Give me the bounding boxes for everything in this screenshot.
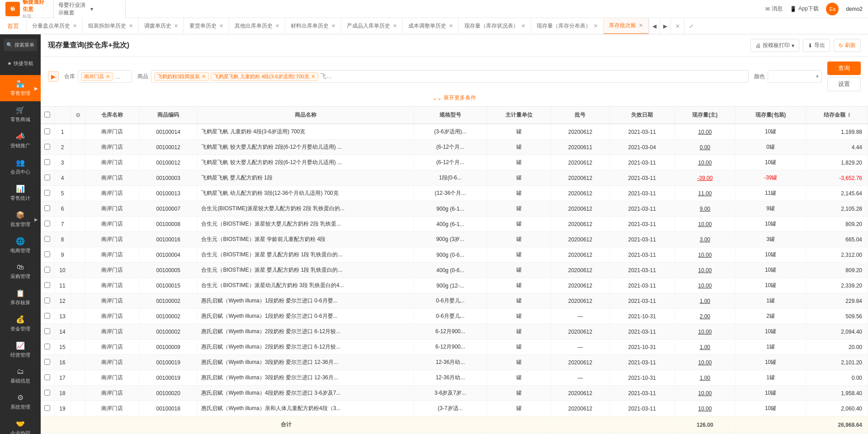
row-checkbox[interactable]: [44, 144, 50, 150]
cell-checkbox[interactable]: [41, 386, 54, 401]
tab-require[interactable]: 要货单历史 ✕: [184, 18, 229, 34]
cell-checkbox[interactable]: [41, 370, 54, 386]
tab-close-icon[interactable]: ✕: [174, 23, 178, 29]
export-button[interactable]: ⬇ 导出: [803, 39, 830, 52]
col-gear[interactable]: ⚙: [71, 107, 85, 124]
tab-cost-adjust[interactable]: 成本调整单历史 ✕: [403, 18, 459, 34]
cell-qty-main[interactable]: 10.00: [675, 386, 735, 401]
row-checkbox[interactable]: [44, 251, 50, 257]
cell-checkbox[interactable]: [41, 155, 54, 170]
cell-checkbox[interactable]: [41, 401, 54, 416]
refresh-button[interactable]: ↻ 刷新: [834, 39, 861, 52]
cell-qty-main[interactable]: 10.00: [675, 401, 735, 416]
cell-checkbox[interactable]: [41, 309, 54, 324]
cell-qty-main[interactable]: 10.00: [675, 263, 735, 278]
sidebar-item-retail-mall[interactable]: 🛒 零售商城: [0, 101, 41, 127]
gear-icon[interactable]: ⚙: [75, 112, 80, 118]
product-more-label[interactable]: 飞...: [320, 72, 332, 80]
cell-qty-main[interactable]: 10.00: [675, 355, 735, 370]
tab-close-all-btn[interactable]: ✕: [670, 18, 684, 34]
tab-product-in[interactable]: 产成品入库单历史 ✕: [341, 18, 403, 34]
tab-prev-btn[interactable]: ◀: [649, 18, 660, 34]
row-checkbox[interactable]: [44, 190, 50, 196]
query-button[interactable]: 查询: [827, 61, 861, 75]
cell-checkbox[interactable]: [41, 355, 54, 370]
tab-close-icon[interactable]: ✕: [129, 23, 133, 29]
cell-checkbox[interactable]: [41, 340, 54, 355]
cell-qty-main[interactable]: 10.00: [675, 247, 735, 263]
cell-qty-main[interactable]: 9.00: [675, 201, 735, 217]
app-download-button[interactable]: 📱 App下载: [790, 5, 819, 13]
tab-material-out[interactable]: 材料出库单历史 ✕: [285, 18, 341, 34]
sidebar-item-member-center[interactable]: 👥 会员中心: [0, 154, 41, 180]
tab-inventory-status[interactable]: 现存量（库存状况表） ✕: [459, 18, 531, 34]
product-tag-2-close[interactable]: ✕: [311, 74, 315, 80]
tab-close-icon[interactable]: ✕: [219, 23, 223, 29]
color-dropdown-icon[interactable]: ▾: [816, 73, 819, 80]
cell-qty-main[interactable]: 3.00: [675, 232, 735, 247]
tab-partial-inventory[interactable]: 分量盘点单历史 ✕: [27, 18, 83, 34]
color-filter-container[interactable]: ▾: [768, 70, 822, 83]
sidebar-item-company-coop[interactable]: 🤝 企业协同: [0, 415, 41, 434]
row-checkbox[interactable]: [44, 359, 50, 365]
cell-qty-main[interactable]: 10.00: [675, 124, 735, 140]
balance-info-icon[interactable]: ℹ: [848, 112, 850, 118]
tab-close-icon[interactable]: ✕: [393, 23, 397, 29]
cell-checkbox[interactable]: [41, 170, 54, 186]
cell-qty-main[interactable]: 0.00: [675, 140, 735, 155]
sidebar-item-purchase[interactable]: 🛍 采购管理: [0, 259, 41, 284]
message-button[interactable]: ✉ 消息: [765, 5, 783, 13]
cell-checkbox[interactable]: [41, 247, 54, 263]
tab-disassemble[interactable]: 组装拆卸单历史 ✕: [83, 18, 139, 34]
cell-checkbox[interactable]: [41, 201, 54, 217]
cell-checkbox[interactable]: [41, 186, 54, 201]
cell-qty-main[interactable]: 10.00: [675, 155, 735, 170]
row-checkbox[interactable]: [44, 374, 50, 380]
cell-qty-main[interactable]: 1.00: [675, 370, 735, 386]
cell-qty-main[interactable]: -39.00: [675, 170, 735, 186]
sidebar-item-inventory-check[interactable]: 📋 库存核算: [0, 284, 41, 311]
row-checkbox[interactable]: [44, 297, 50, 303]
row-checkbox[interactable]: [44, 267, 50, 273]
sidebar-item-retail-mgmt[interactable]: 🏪 零售管理 ▶: [0, 75, 41, 101]
cell-checkbox[interactable]: [41, 140, 54, 155]
cell-qty-main[interactable]: 1.00: [675, 340, 735, 355]
cell-qty-main[interactable]: 10.00: [675, 278, 735, 293]
row-checkbox[interactable]: [44, 405, 50, 411]
tab-home[interactable]: 首页: [0, 18, 27, 34]
cell-qty-main[interactable]: 11.00: [675, 186, 735, 201]
row-checkbox[interactable]: [44, 205, 50, 211]
cell-checkbox[interactable]: [41, 263, 54, 278]
tab-close-icon[interactable]: ✕: [73, 23, 77, 29]
sidebar-item-system[interactable]: ⚙ 系统管理: [0, 389, 41, 415]
tab-close-icon[interactable]: ✕: [639, 23, 643, 28]
cell-checkbox[interactable]: [41, 293, 54, 309]
row-checkbox[interactable]: [44, 328, 50, 334]
shortcut-nav-button[interactable]: ★ 快捷导航: [4, 58, 37, 69]
tab-inventory-dist[interactable]: 现存量（库存分布表） ✕: [531, 18, 604, 34]
sidebar-item-finance[interactable]: 💰 资金管理: [0, 311, 41, 337]
cell-checkbox[interactable]: [41, 124, 54, 140]
select-all-checkbox[interactable]: [44, 112, 50, 118]
tab-close-icon[interactable]: ✕: [521, 23, 525, 29]
cell-qty-main[interactable]: 2.00: [675, 309, 735, 324]
tab-mix[interactable]: 调拨单历史 ✕: [139, 18, 184, 34]
industry-selector[interactable]: 母婴行业演示账套 ▾: [53, 0, 126, 19]
tab-close-icon[interactable]: ✕: [449, 23, 453, 29]
row-checkbox[interactable]: [44, 313, 50, 319]
tab-batch-voucher[interactable]: 库存批次账 ✕: [604, 18, 649, 34]
product-filter-container[interactable]: 飞鹤奶粉3段两提装 ✕ 飞鹤星飞帆 儿童奶粉 4段(3-6岁适用) 700克 ✕…: [151, 70, 749, 83]
sidebar-item-retail-stats[interactable]: 📊 零售统计: [0, 180, 41, 206]
sidebar-item-operation[interactable]: 📈 经营管理: [0, 337, 41, 363]
cell-checkbox[interactable]: [41, 232, 54, 247]
warehouse-filter-container[interactable]: 南岸门店 ✕ ...: [78, 70, 132, 83]
sidebar-item-marketing[interactable]: 📣 营销推广: [0, 127, 41, 154]
template-print-button[interactable]: 🖨 按模板打印 ▾: [750, 39, 799, 52]
user-name[interactable]: demo2: [846, 6, 863, 12]
row-checkbox[interactable]: [44, 282, 50, 288]
warehouse-more-dots[interactable]: ...: [115, 73, 120, 80]
row-checkbox[interactable]: [44, 390, 50, 396]
tab-expand-btn[interactable]: ⤢: [684, 18, 698, 34]
warehouse-tag-close[interactable]: ✕: [106, 74, 110, 80]
expand-more-btn[interactable]: ⌄⌄ 展开更多条件: [48, 91, 861, 102]
